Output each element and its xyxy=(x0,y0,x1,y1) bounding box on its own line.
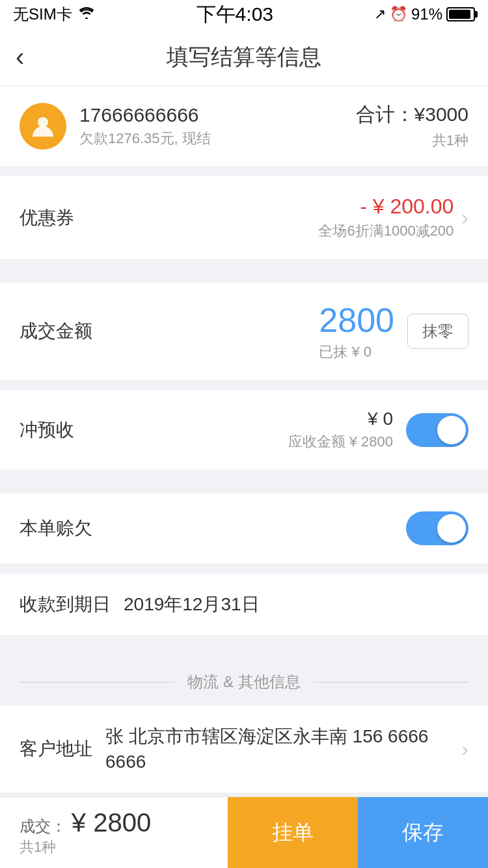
divider-3 xyxy=(0,645,488,658)
prepay-toggle[interactable] xyxy=(406,413,468,447)
coupon-row[interactable]: 优惠券 - ¥ 200.00 全场6折满1000减200 › xyxy=(0,176,488,259)
coupon-label: 优惠券 xyxy=(20,206,74,230)
prepay-amount: ¥ 0 xyxy=(288,409,393,429)
bottom-count: 共1种 xyxy=(20,837,208,857)
user-right: 合计：¥3000 共1种 xyxy=(356,102,468,150)
content-area: 17666666666 欠款1276.35元, 现结 合计：¥3000 共1种 … xyxy=(0,86,488,868)
divider-1 xyxy=(0,269,488,282)
address-row[interactable]: 客户地址 张 北京市市辖区海淀区永丰南 156 6666 6666 › xyxy=(0,705,488,793)
address-label: 客户地址 xyxy=(20,737,92,761)
debt-label: 本单赊欠 xyxy=(20,516,92,541)
deal-amount-right: 2800 已抹 ¥ 0 抹零 xyxy=(319,301,468,362)
prepay-sub: 应收金额 ¥ 2800 xyxy=(288,432,393,452)
deal-amount-label: 成交金额 xyxy=(20,319,92,344)
wifi-icon xyxy=(77,5,96,23)
section-label-text: 物流 & 其他信息 xyxy=(187,671,300,692)
coupon-value: - ¥ 200.00 全场6折满1000减200 xyxy=(318,195,454,241)
user-sub: 欠款1276.35元, 现结 xyxy=(79,129,211,148)
user-left: 17666666666 欠款1276.35元, 现结 xyxy=(20,103,211,150)
avatar xyxy=(20,103,66,150)
divider-2 xyxy=(0,480,488,493)
bottom-deal-line: 成交： ¥ 2800 xyxy=(20,808,208,837)
coupon-desc: 全场6折满1000减200 xyxy=(318,221,454,241)
coupon-arrow-icon: › xyxy=(461,206,468,230)
back-button[interactable]: ‹ xyxy=(16,42,24,72)
coupon-right: - ¥ 200.00 全场6折满1000减200 › xyxy=(318,195,468,241)
alarm-icon: ⏰ xyxy=(390,6,407,23)
prepay-values: ¥ 0 应收金额 ¥ 2800 xyxy=(288,409,393,452)
bottom-bar: 成交： ¥ 2800 共1种 挂单 保存 xyxy=(0,796,488,868)
bottom-info: 成交： ¥ 2800 共1种 xyxy=(0,808,228,857)
status-left: 无SIM卡 xyxy=(13,4,96,25)
bottom-deal-label: 成交： xyxy=(20,817,66,835)
hold-button[interactable]: 挂单 xyxy=(228,797,358,869)
nav-title: 填写结算等信息 xyxy=(167,42,321,72)
prepay-top: 冲预收 ¥ 0 应收金额 ¥ 2800 xyxy=(20,409,468,452)
coupon-amount: - ¥ 200.00 xyxy=(318,195,454,219)
total-amount: 合计：¥3000 xyxy=(356,102,468,128)
address-arrow-icon: › xyxy=(461,737,468,761)
deal-amount-number: 2800 xyxy=(319,301,394,340)
section-divider-row: 物流 & 其他信息 xyxy=(0,658,488,705)
carrier-label: 无SIM卡 xyxy=(13,4,72,25)
location-icon: ↗ xyxy=(374,6,386,23)
bottom-deal-amount: ¥ 2800 xyxy=(72,808,151,837)
prepay-row: 冲预收 ¥ 0 应收金额 ¥ 2800 xyxy=(0,390,488,470)
deal-amount-sub: 已抹 ¥ 0 xyxy=(319,342,394,362)
deal-amount-values: 2800 已抹 ¥ 0 xyxy=(319,301,394,362)
total-count: 共1种 xyxy=(356,131,468,150)
status-bar: 无SIM卡 下午4:03 ↗ ⏰ 91% xyxy=(0,0,488,29)
status-right: ↗ ⏰ 91% xyxy=(374,5,475,23)
due-date-value: 2019年12月31日 xyxy=(124,592,260,617)
svg-point-0 xyxy=(38,117,48,128)
battery-percent: 91% xyxy=(411,5,442,23)
status-time: 下午4:03 xyxy=(197,1,273,28)
section-line-right xyxy=(314,682,468,683)
deal-amount-row: 成交金额 2800 已抹 ¥ 0 抹零 xyxy=(0,282,488,380)
user-details: 17666666666 欠款1276.35元, 现结 xyxy=(79,104,211,148)
battery-icon xyxy=(446,7,475,21)
user-phone: 17666666666 xyxy=(79,104,211,126)
prepay-label: 冲预收 xyxy=(20,418,74,442)
nav-bar: ‹ 填写结算等信息 xyxy=(0,29,488,86)
prepay-right: ¥ 0 应收金额 ¥ 2800 xyxy=(288,409,468,452)
debt-row: 本单赊欠 xyxy=(0,493,488,563)
round-zero-button[interactable]: 抹零 xyxy=(407,314,468,349)
due-date-label: 收款到期日 xyxy=(20,592,111,617)
section-line-left xyxy=(20,682,174,683)
address-value: 张 北京市市辖区海淀区永丰南 156 6666 6666 xyxy=(105,724,461,774)
debt-toggle[interactable] xyxy=(406,511,468,545)
due-date-row: 收款到期日 2019年12月31日 xyxy=(0,574,488,635)
save-button[interactable]: 保存 xyxy=(358,797,488,869)
user-info-card: 17666666666 欠款1276.35元, 现结 合计：¥3000 共1种 xyxy=(0,86,488,166)
